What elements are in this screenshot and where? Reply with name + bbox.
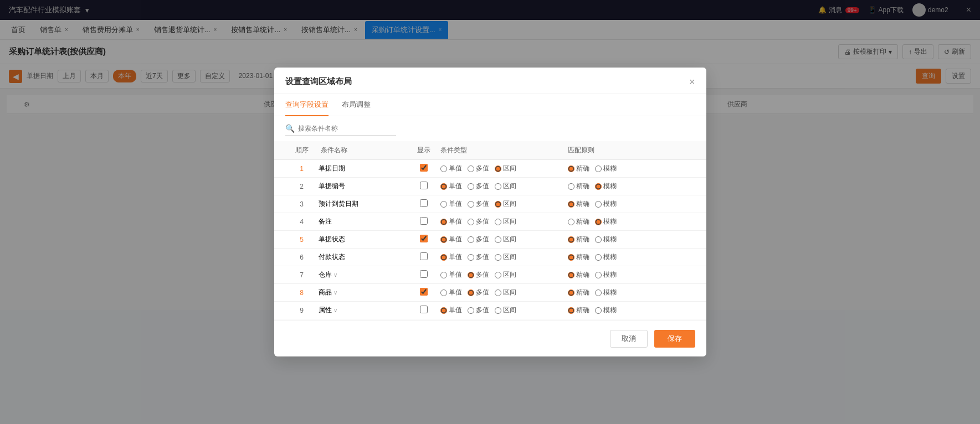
type-radio-single[interactable]: 单值 bbox=[440, 182, 462, 191]
row-name: 仓库 ∨ bbox=[319, 270, 407, 280]
row-name: 商品 ∨ bbox=[319, 288, 407, 297]
match-radio-exact[interactable]: 精确 bbox=[568, 235, 589, 244]
row-match: 精确 模糊 bbox=[568, 288, 695, 297]
row-order: 7 bbox=[285, 271, 319, 279]
type-radio-single[interactable]: 单值 bbox=[440, 199, 462, 209]
match-radio-fuzzy[interactable]: 模糊 bbox=[595, 164, 617, 173]
type-radio-multi[interactable]: 多值 bbox=[468, 252, 489, 262]
row-display bbox=[407, 306, 440, 310]
type-radio-range[interactable]: 区间 bbox=[495, 235, 516, 244]
type-radio-multi[interactable]: 多值 bbox=[468, 288, 489, 297]
type-radio-multi[interactable]: 多值 bbox=[468, 199, 489, 209]
match-radio-group: 精确 模糊 bbox=[568, 252, 695, 262]
type-radio-range[interactable]: 区间 bbox=[495, 252, 516, 262]
type-radio-group: 单值 多值 区间 bbox=[440, 288, 568, 297]
match-radio-fuzzy[interactable]: 模糊 bbox=[595, 235, 617, 244]
type-radio-range[interactable]: 区间 bbox=[495, 182, 516, 191]
match-radio-fuzzy[interactable]: 模糊 bbox=[595, 182, 617, 191]
row-display bbox=[407, 288, 440, 297]
dialog-close-btn[interactable]: × bbox=[689, 77, 695, 87]
row-match: 精确 模糊 bbox=[568, 270, 695, 280]
display-checkbox[interactable] bbox=[420, 252, 428, 260]
display-checkbox[interactable] bbox=[420, 235, 428, 242]
search-icon: 🔍 bbox=[285, 124, 295, 133]
match-radio-exact[interactable]: 精确 bbox=[568, 288, 589, 297]
type-radio-range[interactable]: 区间 bbox=[495, 217, 516, 226]
type-radio-multi[interactable]: 多值 bbox=[468, 182, 489, 191]
match-radio-fuzzy[interactable]: 模糊 bbox=[595, 270, 617, 280]
row-display bbox=[407, 235, 440, 244]
dialog-tabs: 查询字段设置 布局调整 bbox=[274, 94, 706, 116]
table-row: 4 备注 单值 多值 区间 精确 模糊 bbox=[274, 213, 706, 231]
type-radio-multi[interactable]: 多值 bbox=[468, 270, 489, 280]
row-display bbox=[407, 270, 440, 280]
row-order: 6 bbox=[285, 254, 319, 261]
row-match: 精确 模糊 bbox=[568, 252, 695, 262]
match-radio-group: 精确 模糊 bbox=[568, 182, 695, 191]
match-radio-exact[interactable]: 精确 bbox=[568, 252, 589, 262]
type-radio-single[interactable]: 单值 bbox=[440, 217, 462, 226]
row-type: 单值 多值 区间 bbox=[440, 270, 568, 280]
type-radio-single[interactable]: 单值 bbox=[440, 288, 462, 297]
row-order: 2 bbox=[285, 183, 319, 190]
match-radio-fuzzy[interactable]: 模糊 bbox=[595, 199, 617, 209]
table-row: 5 单据状态 单值 多值 区间 精确 模糊 bbox=[274, 231, 706, 249]
row-order: 3 bbox=[285, 200, 319, 208]
type-radio-range[interactable]: 区间 bbox=[495, 199, 516, 209]
dropdown-arrow-icon: ∨ bbox=[333, 272, 337, 278]
row-name: 单据编号 bbox=[319, 182, 407, 191]
type-radio-single[interactable]: 单值 bbox=[440, 306, 462, 310]
row-order: 5 bbox=[285, 236, 319, 244]
row-order: 9 bbox=[285, 307, 319, 311]
type-radio-multi[interactable]: 多值 bbox=[468, 306, 489, 310]
type-radio-range[interactable]: 区间 bbox=[495, 164, 516, 173]
row-display bbox=[407, 164, 440, 173]
match-radio-exact[interactable]: 精确 bbox=[568, 182, 589, 191]
table-row: 2 单据编号 单值 多值 区间 精确 模糊 bbox=[274, 178, 706, 195]
tab-query-fields[interactable]: 查询字段设置 bbox=[285, 94, 329, 116]
match-radio-exact[interactable]: 精确 bbox=[568, 306, 589, 310]
type-radio-multi[interactable]: 多值 bbox=[468, 164, 489, 173]
type-radio-multi[interactable]: 多值 bbox=[468, 217, 489, 226]
type-radio-range[interactable]: 区间 bbox=[495, 270, 516, 280]
display-checkbox[interactable] bbox=[420, 182, 428, 189]
row-match: 精确 模糊 bbox=[568, 164, 695, 173]
dropdown-arrow-icon: ∨ bbox=[333, 307, 337, 310]
match-radio-group: 精确 模糊 bbox=[568, 164, 695, 173]
display-checkbox[interactable] bbox=[420, 270, 428, 278]
header-type: 条件类型 bbox=[440, 146, 568, 155]
match-radio-exact[interactable]: 精确 bbox=[568, 270, 589, 280]
row-type: 单值 多值 区间 bbox=[440, 252, 568, 262]
display-checkbox[interactable] bbox=[420, 164, 428, 172]
match-radio-fuzzy[interactable]: 模糊 bbox=[595, 306, 617, 310]
row-order: 8 bbox=[285, 289, 319, 297]
tab-layout-adjust[interactable]: 布局调整 bbox=[342, 94, 371, 116]
search-input[interactable] bbox=[298, 125, 387, 132]
row-order: 1 bbox=[285, 165, 319, 173]
match-radio-fuzzy[interactable]: 模糊 bbox=[595, 288, 617, 297]
display-checkbox[interactable] bbox=[420, 199, 428, 207]
match-radio-exact[interactable]: 精确 bbox=[568, 199, 589, 209]
type-radio-single[interactable]: 单值 bbox=[440, 235, 462, 244]
match-radio-fuzzy[interactable]: 模糊 bbox=[595, 252, 617, 262]
type-radio-single[interactable]: 单值 bbox=[440, 164, 462, 173]
type-radio-group: 单值 多值 区间 bbox=[440, 199, 568, 209]
match-radio-exact[interactable]: 精确 bbox=[568, 164, 589, 173]
display-checkbox[interactable] bbox=[420, 217, 428, 225]
dialog-search-area: 🔍 bbox=[274, 116, 706, 141]
type-radio-range[interactable]: 区间 bbox=[495, 288, 516, 297]
type-radio-single[interactable]: 单值 bbox=[440, 270, 462, 280]
type-radio-range[interactable]: 区间 bbox=[495, 306, 516, 310]
type-radio-single[interactable]: 单值 bbox=[440, 252, 462, 262]
row-match: 精确 模糊 bbox=[568, 217, 695, 226]
row-name: 单据日期 bbox=[319, 164, 407, 173]
type-radio-group: 单值 多值 区间 bbox=[440, 164, 568, 173]
row-type: 单值 多值 区间 bbox=[440, 306, 568, 310]
match-radio-exact[interactable]: 精确 bbox=[568, 217, 589, 226]
display-checkbox[interactable] bbox=[420, 306, 428, 310]
header-order: 顺序 bbox=[285, 146, 319, 155]
match-radio-fuzzy[interactable]: 模糊 bbox=[595, 217, 617, 226]
row-type: 单值 多值 区间 bbox=[440, 217, 568, 226]
type-radio-multi[interactable]: 多值 bbox=[468, 235, 489, 244]
display-checkbox[interactable] bbox=[420, 288, 428, 296]
